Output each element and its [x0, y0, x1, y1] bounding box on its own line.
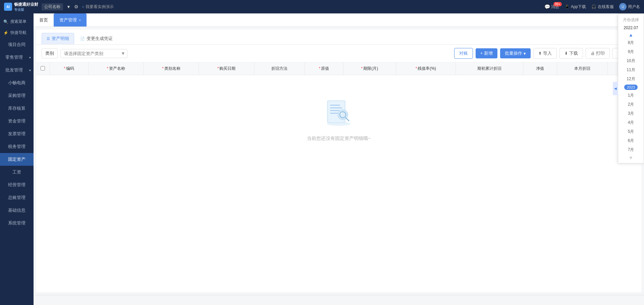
chevron-down-icon: ▾ [29, 56, 31, 59]
toolbar-left: 类别 ▼ [42, 48, 125, 58]
main-layout: 🔍 搜索菜单 ⚡ 快捷导航 项目合同 零售管理 ▾ 批发管理 ▾ 小畅电商 采购… [0, 13, 644, 305]
chevron-down-icon: ▾ [29, 68, 31, 72]
panel-toggle[interactable]: ◀ [613, 82, 618, 95]
settings-icon[interactable]: ⚙ [74, 4, 78, 9]
toolbar-right: 对账 + 新增 批量操作 ▾ ⬆ 导入 ⬇ 下载 [454, 48, 636, 59]
empty-text: 当前您还没有固定资产明细哦~ [307, 136, 371, 142]
bottom-bar [34, 295, 644, 305]
sub-tab-change-voucher[interactable]: 📄 变更生成凭证 [75, 33, 117, 44]
dropdown-arrow-icon[interactable]: ▼ [121, 51, 125, 56]
checkbox-header [36, 62, 50, 75]
print-button[interactable]: 🖨 打印 [586, 48, 610, 59]
empty-illustration [319, 95, 359, 129]
col-residual-rate: *残值率(%) [396, 62, 456, 75]
top-bar: AI 畅捷通好业财 专业版 公司名称 ▼ ⚙ ○ 我要看实例演示 💬 消息 99… [0, 0, 644, 13]
content-area: 首页 资产管理 × ☰ 资产明细 📄 变更生成凭证 [34, 13, 644, 305]
sidebar-item-finance[interactable]: 资金管理 [0, 115, 34, 128]
app-logo: AI 畅捷通好业财 专业版 [4, 2, 38, 12]
demo-link[interactable]: ○ 我要看实例演示 [82, 4, 114, 10]
empty-state: 当前您还没有固定资产明细哦~ [36, 75, 641, 162]
col-category: *类别名称 [144, 62, 199, 75]
sidebar-item-salary[interactable]: 工资 [0, 166, 34, 179]
app-name: 畅捷通好业财 专业版 [14, 2, 38, 12]
sidebar-item-inventory[interactable]: 库存核算 [0, 102, 34, 115]
table-header-row: *编码 *资产名称 *类别名称 *购买日期 折旧方法 *原值 *期限(月) *残… [36, 62, 641, 75]
month-item-3[interactable]: 3月 [618, 109, 644, 118]
toolbar: 类别 ▼ 对账 + 新增 批量操作 ▾ [36, 45, 641, 62]
quick-nav[interactable]: ⚡ 快捷导航 [0, 27, 34, 38]
sidebar-item-project[interactable]: 项目合同 [0, 38, 34, 51]
sidebar-item-tax[interactable]: 税务管理 [0, 140, 34, 153]
sub-tabs: ☰ 资产明细 📄 变更生成凭证 [36, 30, 641, 45]
tab-home[interactable]: 首页 [34, 13, 54, 27]
sidebar-item-wholesale[interactable]: 批发管理 ▾ [0, 64, 34, 77]
tab-close-icon[interactable]: × [79, 18, 81, 22]
month-item-1[interactable]: 1月 [618, 91, 644, 100]
svg-rect-4 [330, 107, 342, 108]
current-year-badge: 2023 [624, 85, 638, 90]
month-item-11[interactable]: 11月 [618, 65, 644, 74]
online-service-link[interactable]: 🎧 在线客服 [591, 4, 614, 10]
message-badge[interactable]: 💬 消息 99+ [544, 4, 559, 10]
sidebar: 🔍 搜索菜单 ⚡ 快捷导航 项目合同 零售管理 ▾ 批发管理 ▾ 小畅电商 采购… [0, 13, 34, 305]
sidebar-item-ledger[interactable]: 总账管理 [0, 191, 34, 204]
month-item-6[interactable]: 6月 [618, 136, 644, 145]
month-item-12[interactable]: 12月 [618, 74, 644, 84]
col-monthly-depr: 本月折旧 [557, 62, 608, 75]
month-down-arrow[interactable]: ▼ [618, 154, 644, 161]
search-menu[interactable]: 🔍 搜索菜单 [0, 16, 34, 27]
page-content: ☰ 资产明细 📄 变更生成凭证 类别 ▼ [36, 30, 641, 292]
svg-rect-5 [330, 110, 339, 111]
col-period: *期限(月) [343, 62, 396, 75]
category-filter[interactable]: 类别 [42, 48, 58, 58]
import-button[interactable]: ⬆ 导入 [533, 48, 557, 59]
sidebar-item-operation[interactable]: 经营管理 [0, 179, 34, 191]
sidebar-item-fixed-assets[interactable]: 固定资产 [0, 153, 34, 166]
company-dropdown[interactable]: ▼ [66, 4, 71, 9]
col-net-value: 净值 [523, 62, 557, 75]
chevron-down-icon: ▾ [524, 51, 526, 56]
download-button[interactable]: ⬇ 下载 [559, 48, 583, 59]
sidebar-item-ecommerce[interactable]: 小畅电商 [0, 77, 34, 89]
sidebar-item-system[interactable]: 系统管理 [0, 217, 34, 230]
add-button[interactable]: + 新增 [476, 48, 497, 58]
month-item-5[interactable]: 5月 [618, 127, 644, 136]
company-name[interactable]: 公司名称 [42, 3, 63, 10]
logo-icon: AI [4, 3, 12, 11]
app-download-link[interactable]: 📱 App下载 [565, 4, 586, 10]
sidebar-item-invoice[interactable]: 发票管理 [0, 128, 34, 140]
select-all-checkbox[interactable] [41, 66, 45, 70]
top-bar-left: AI 畅捷通好业财 专业版 公司名称 ▼ ⚙ ○ 我要看实例演示 [4, 2, 114, 12]
table-container: *编码 *资产名称 *类别名称 *购买日期 折旧方法 *原值 *期限(月) *残… [36, 62, 641, 292]
sidebar-item-basic-info[interactable]: 基础信息 [0, 204, 34, 217]
year-2022-label: 2022.07 [621, 24, 641, 32]
month-item-8[interactable]: 8月 [618, 38, 644, 47]
reconcile-button[interactable]: 对账 [454, 48, 473, 59]
sub-tab-asset-detail[interactable]: ☰ 资产明细 [42, 33, 74, 44]
sidebar-item-purchase[interactable]: 采购管理 [0, 89, 34, 102]
month-panel-title: 月份选择 [623, 16, 639, 24]
tab-asset-management[interactable]: 资产管理 × [54, 13, 87, 27]
svg-rect-3 [330, 105, 340, 106]
month-item-9[interactable]: 9月 [618, 47, 644, 56]
col-period-accum-depr: 期初累计折旧 [456, 62, 523, 75]
col-original-value: *原值 [305, 62, 343, 75]
month-item-7[interactable]: 7月 [618, 145, 644, 154]
sidebar-item-retail[interactable]: 零售管理 ▾ [0, 51, 34, 64]
nav-icon: ⚡ [3, 31, 8, 35]
category-input[interactable] [60, 49, 127, 58]
top-bar-right: 💬 消息 99+ 📱 App下载 🎧 在线客服 U 用户名 [544, 3, 640, 10]
message-count: 99+ [553, 2, 562, 6]
month-panel: ◀ 月份选择 2022.07 ▲ 8月 9月 10月 11月 12月 2023 … [618, 13, 644, 163]
month-item-2[interactable]: 2月 [618, 100, 644, 109]
svg-line-10 [346, 118, 349, 121]
month-item-4[interactable]: 4月 [618, 118, 644, 127]
month-item-10[interactable]: 10月 [618, 56, 644, 65]
svg-point-11 [341, 113, 342, 114]
col-asset-name: *资产名称 [88, 62, 144, 75]
asset-table: *编码 *资产名称 *类别名称 *购买日期 折旧方法 *原值 *期限(月) *残… [36, 62, 641, 162]
batch-operation-button[interactable]: 批量操作 ▾ [500, 48, 531, 58]
user-avatar[interactable]: U 用户名 [619, 3, 640, 10]
month-up-arrow[interactable]: ▲ [618, 32, 644, 38]
col-depreciation-method: 折旧方法 [254, 62, 305, 75]
